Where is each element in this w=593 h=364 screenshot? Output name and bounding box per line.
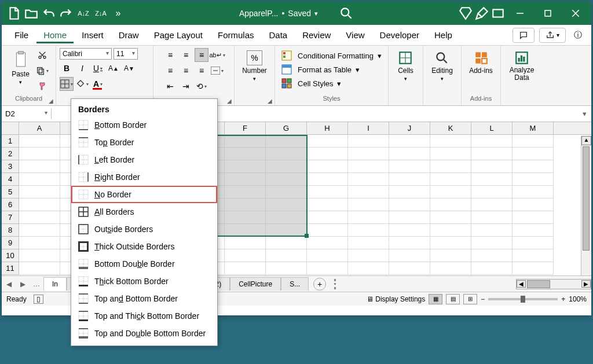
border-option-bottom-double[interactable]: Bottom Double Border bbox=[71, 255, 217, 273]
hscroll-right-icon[interactable]: ▶ bbox=[581, 280, 591, 288]
close-button[interactable] bbox=[562, 2, 589, 25]
cell[interactable] bbox=[307, 135, 348, 148]
cell[interactable] bbox=[19, 249, 60, 262]
select-all-corner[interactable] bbox=[2, 122, 19, 134]
column-header[interactable]: L bbox=[471, 122, 513, 134]
row-header[interactable]: 9 bbox=[2, 237, 19, 249]
cell[interactable] bbox=[389, 224, 430, 237]
cell[interactable] bbox=[307, 262, 348, 275]
cell[interactable] bbox=[389, 198, 430, 211]
cell[interactable] bbox=[19, 135, 60, 148]
chevron-down-icon[interactable]: ▾ bbox=[314, 10, 318, 17]
zoom-thumb[interactable] bbox=[521, 296, 525, 303]
cell[interactable] bbox=[307, 148, 348, 160]
fill-color-button[interactable] bbox=[75, 77, 89, 91]
cell[interactable] bbox=[389, 186, 430, 198]
font-size-select[interactable]: 11 bbox=[114, 48, 138, 60]
cell[interactable] bbox=[471, 262, 513, 275]
cell[interactable] bbox=[513, 211, 554, 224]
cell[interactable] bbox=[430, 148, 471, 160]
border-option-thick-bottom[interactable]: Thick Bottom Border bbox=[71, 273, 217, 290]
editing-button[interactable]: Editing▾ bbox=[428, 48, 456, 84]
cell[interactable] bbox=[307, 211, 348, 224]
align-right-icon[interactable]: ≡ bbox=[195, 64, 208, 78]
cell[interactable] bbox=[225, 186, 266, 198]
hscroll-thumb[interactable] bbox=[527, 280, 550, 288]
cell-styles-button[interactable]: Cell Styles ▾ bbox=[281, 78, 341, 89]
border-option-all[interactable]: All Borders bbox=[71, 203, 217, 220]
open-file-icon[interactable] bbox=[24, 6, 39, 21]
cell[interactable] bbox=[430, 186, 471, 198]
save-status[interactable]: Saved bbox=[288, 9, 311, 18]
tab-help[interactable]: Help bbox=[427, 27, 459, 43]
cell[interactable] bbox=[225, 148, 266, 160]
wrap-text-icon[interactable]: ab↵ bbox=[210, 48, 224, 62]
row-header[interactable]: 6 bbox=[2, 198, 19, 211]
tab-file[interactable]: File bbox=[8, 27, 35, 43]
maximize-button[interactable] bbox=[535, 2, 561, 25]
cell[interactable] bbox=[471, 198, 513, 211]
cell[interactable] bbox=[471, 148, 513, 160]
search-icon[interactable] bbox=[339, 6, 354, 21]
zoom-out-button[interactable]: − bbox=[481, 295, 485, 303]
tab-insert[interactable]: Insert bbox=[75, 27, 111, 43]
cell[interactable] bbox=[225, 224, 266, 237]
cell[interactable] bbox=[513, 160, 554, 173]
row-header[interactable]: 3 bbox=[2, 160, 19, 173]
merge-button[interactable] bbox=[210, 64, 224, 78]
align-middle-icon[interactable]: ≡ bbox=[179, 48, 193, 62]
cell[interactable] bbox=[307, 186, 348, 198]
font-name-select[interactable]: Calibri bbox=[60, 48, 112, 60]
cell[interactable] bbox=[389, 160, 430, 173]
tab-formulas[interactable]: Formulas bbox=[211, 27, 261, 43]
align-bottom-icon[interactable]: ≡ bbox=[195, 48, 208, 62]
addins-button[interactable]: Add-ins bbox=[466, 48, 496, 77]
cell[interactable] bbox=[348, 211, 389, 224]
tab-next-icon[interactable]: ▶ bbox=[16, 280, 30, 288]
bold-button[interactable]: B bbox=[60, 61, 74, 75]
cell[interactable] bbox=[225, 198, 266, 211]
cell[interactable] bbox=[471, 249, 513, 262]
scroll-up-icon[interactable]: ▲ bbox=[581, 136, 591, 145]
cell[interactable] bbox=[471, 160, 513, 173]
tab-developer[interactable]: Developer bbox=[373, 27, 426, 43]
italic-button[interactable]: I bbox=[75, 61, 89, 75]
cell[interactable] bbox=[19, 262, 60, 275]
cell[interactable] bbox=[19, 224, 60, 237]
cell[interactable] bbox=[19, 186, 60, 198]
horizontal-scrollbar[interactable]: ◀ ▶ bbox=[516, 279, 591, 289]
cell[interactable] bbox=[307, 160, 348, 173]
cell[interactable] bbox=[266, 198, 307, 211]
cell[interactable] bbox=[348, 160, 389, 173]
cell[interactable] bbox=[19, 173, 60, 186]
cell[interactable] bbox=[430, 262, 471, 275]
column-header[interactable]: K bbox=[430, 122, 471, 134]
comments-button[interactable] bbox=[513, 28, 535, 43]
cell[interactable] bbox=[513, 148, 554, 160]
cell[interactable] bbox=[266, 249, 307, 262]
cut-icon[interactable] bbox=[35, 48, 49, 62]
paste-button[interactable]: Paste ▾ bbox=[8, 48, 33, 87]
cell[interactable] bbox=[225, 249, 266, 262]
cell[interactable] bbox=[348, 262, 389, 275]
column-header[interactable]: F bbox=[225, 122, 266, 134]
cell[interactable] bbox=[471, 135, 513, 148]
cell[interactable] bbox=[266, 135, 307, 148]
zoom-slider[interactable] bbox=[488, 298, 558, 300]
display-settings-button[interactable]: 🖥 Display Settings bbox=[367, 295, 425, 303]
border-option-top-bottom[interactable]: Top and Bottom Border bbox=[71, 290, 217, 307]
cell[interactable] bbox=[19, 148, 60, 160]
cell[interactable] bbox=[471, 224, 513, 237]
cell[interactable] bbox=[389, 135, 430, 148]
cell[interactable] bbox=[266, 224, 307, 237]
copy-icon[interactable] bbox=[35, 64, 49, 78]
increase-indent-icon[interactable]: ⇥ bbox=[179, 79, 193, 93]
sheet-tab[interactable]: CellPicture bbox=[230, 277, 281, 291]
cell[interactable] bbox=[225, 135, 266, 148]
cell[interactable] bbox=[430, 237, 471, 249]
cell[interactable] bbox=[266, 173, 307, 186]
border-option-none[interactable]: No Border bbox=[71, 186, 217, 203]
cell[interactable] bbox=[513, 135, 554, 148]
cell[interactable] bbox=[307, 198, 348, 211]
orientation-icon[interactable]: ⟲ bbox=[195, 79, 208, 93]
